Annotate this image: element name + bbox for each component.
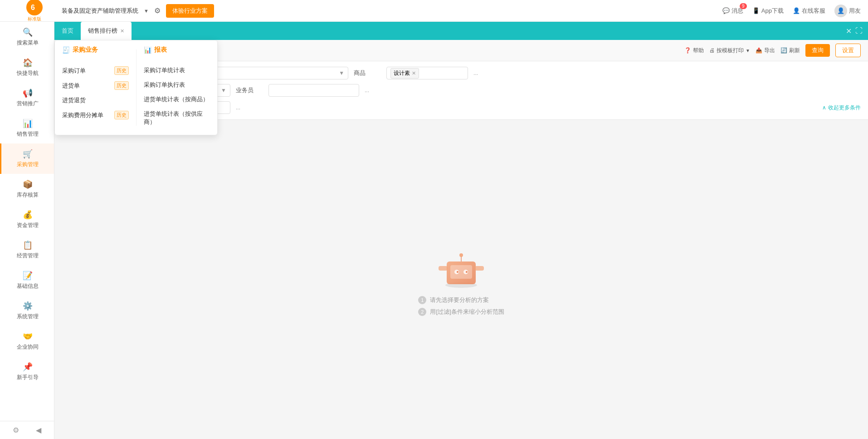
app-download-item[interactable]: 📱 App下载 (752, 7, 784, 15)
sidebar-item-basic-info[interactable]: 📝 基础信息 (0, 265, 54, 296)
tab-home[interactable]: 首页 (54, 22, 81, 40)
sales-icon: 📊 (23, 118, 33, 128)
logo-icon: 6 (26, 0, 43, 15)
settings-button[interactable]: 设置 (835, 44, 861, 57)
export-icon: 📤 (756, 47, 762, 54)
salesperson-select[interactable] (268, 84, 359, 97)
purchase-expense-history: 历史 (114, 111, 129, 119)
message-item[interactable]: 💬 消息 9 (722, 7, 743, 15)
sidebar-item-capital[interactable]: 💰 资金管理 (0, 204, 54, 235)
sidebar-item-label: 企业协同 (17, 343, 39, 351)
capital-icon: 💰 (23, 210, 33, 220)
query-button[interactable]: 查询 (805, 44, 830, 57)
sidebar-item-label: 搜索菜单 (17, 39, 39, 47)
sidebar-item-label: 营销推广 (17, 100, 39, 108)
industry-button[interactable]: 体验行业方案 (166, 4, 214, 18)
empty-hints: 1 请先选择要分析的方案 2 用[过滤]条件来缩小分析范围 (418, 296, 504, 316)
refresh-label: 刷新 (789, 47, 800, 54)
window-close-icon[interactable]: ✕ (846, 27, 852, 35)
system-dropdown-icon[interactable]: ▼ (144, 8, 149, 14)
search-icon: 🔍 (23, 27, 33, 37)
sidebar-item-label: 系统管理 (17, 313, 39, 321)
salesperson-label: 业务员 (236, 86, 263, 94)
collapse-sidebar-icon[interactable]: ◀ (36, 426, 41, 434)
help-button[interactable]: ❓ 帮助 (684, 47, 704, 54)
dropdown-item-order-exec[interactable]: 采购订单执行表 (144, 78, 210, 92)
sidebar-item-marketing[interactable]: 📢 营销推广 (0, 83, 54, 113)
user-label: 用友 (849, 7, 861, 15)
marketing-icon: 📢 (23, 88, 33, 98)
help-label: 帮助 (693, 47, 704, 54)
online-service-label: 在线客服 (802, 7, 825, 15)
goods-tag-close[interactable]: ✕ (412, 70, 416, 76)
goods-ellipsis[interactable]: ... (473, 70, 478, 76)
dropdown-item-order-stat[interactable]: 采购订单统计表 (144, 63, 210, 78)
sidebar-item-label: 经营管理 (17, 252, 39, 260)
customer-ellipsis[interactable]: ... (236, 104, 240, 111)
salesperson-ellipsis[interactable]: ... (365, 87, 369, 94)
rank-item-arrow: ▼ (221, 87, 226, 94)
phone-icon: 📱 (752, 7, 760, 14)
hint-text-1: 请先选择要分析的方案 (430, 296, 489, 304)
sidebar-item-guide[interactable]: 📌 新手引导 (0, 356, 54, 387)
tab-sales-ranking[interactable]: 销售排行榜 ✕ (81, 22, 132, 40)
user-item[interactable]: 👤 用友 (834, 5, 861, 17)
dropdown-item-purchase-return[interactable]: 进货退货 (62, 93, 129, 108)
bill-status-arrow: ▼ (339, 70, 344, 76)
tab-close-icon[interactable]: ✕ (120, 28, 124, 34)
svg-point-9 (459, 253, 463, 257)
purchase-expense-label: 采购费用分摊单 (62, 111, 103, 119)
hint-num-1: 1 (418, 296, 426, 304)
tab-window-controls: ✕ ⛶ (846, 27, 868, 35)
purchase-order-label: 采购订单 (62, 67, 86, 75)
export-button[interactable]: 📤 导出 (756, 47, 775, 54)
tab-bar: 首页 销售排行榜 ✕ ✕ ⛶ (54, 22, 868, 40)
operations-icon: 📋 (23, 240, 33, 250)
sidebar-item-purchase[interactable]: 🛒 采购管理 (0, 143, 54, 174)
window-maximize-icon[interactable]: ⛶ (855, 27, 863, 35)
tab-home-label: 首页 (62, 27, 73, 35)
dropdown-item-purchase-expense[interactable]: 采购费用分摊单 历史 (62, 108, 129, 123)
system-icon: ⚙️ (23, 301, 33, 311)
svg-point-7 (466, 271, 468, 273)
empty-icon (434, 243, 488, 289)
print-button[interactable]: 🖨 按模板打印 ▼ (709, 47, 750, 54)
online-service-item[interactable]: 👤 在线客服 (793, 7, 825, 15)
refresh-button[interactable]: 🔄 刷新 (780, 47, 800, 54)
print-dropdown-icon[interactable]: ▼ (746, 48, 750, 53)
dropdown-item-receipt-stat-supplier[interactable]: 进货单统计表（按供应商） (144, 107, 210, 129)
goods-input[interactable]: 设计素 ✕ (386, 67, 468, 79)
order-stat-label: 采购订单统计表 (144, 67, 185, 74)
sidebar-item-label: 快捷导航 (17, 69, 39, 77)
receipt-stat-supplier-label: 进货单统计表（按供应商） (144, 110, 203, 125)
report-title-text: 报表 (154, 46, 167, 54)
dropdown-purchase-title: 🧾 采购业务 (62, 46, 129, 58)
header-right: 💬 消息 9 📱 App下载 👤 在线客服 👤 用友 (722, 5, 861, 17)
sidebar-nav: 🔍 搜索菜单 🏠 快捷导航 📢 营销推广 📊 销售管理 🛒 采购管理 📦 库存核… (0, 22, 54, 421)
dropdown-item-receipt-stat-goods[interactable]: 进货单统计表（按商品） (144, 92, 210, 107)
bill-status-select[interactable]: ▼ (212, 67, 348, 79)
sidebar-item-system[interactable]: ⚙️ 系统管理 (0, 296, 54, 326)
print-label: 按模板打印 (717, 47, 744, 54)
settings-icon[interactable]: ⚙ (154, 6, 161, 15)
dropdown-item-purchase-receipt[interactable]: 进货单 历史 (62, 78, 129, 93)
dropdown-report-title: 📊 报表 (144, 46, 210, 58)
svg-rect-11 (475, 266, 484, 271)
logo-text: 标准版 (28, 16, 41, 22)
sidebar-item-enterprise[interactable]: 🤝 企业协同 (0, 326, 54, 356)
sidebar-item-operations[interactable]: 📋 经营管理 (0, 235, 54, 265)
dropdown-columns: 🧾 采购业务 采购订单 历史 进货单 历史 进货退货 采购费用分摊单 历史 (55, 46, 217, 129)
sidebar-item-sales[interactable]: 📊 销售管理 (0, 113, 54, 143)
sidebar-item-label: 基础信息 (17, 282, 39, 290)
tab-sales-ranking-label: 销售排行榜 (88, 27, 117, 35)
sidebar-item-inventory[interactable]: 📦 库存核算 (0, 174, 54, 204)
enterprise-icon: 🤝 (23, 331, 33, 341)
settings-footer-icon[interactable]: ⚙ (13, 426, 19, 434)
collapse-button[interactable]: ∧ 收起更多条件 (822, 104, 861, 112)
dropdown-item-purchase-order[interactable]: 采购订单 历史 (62, 63, 129, 78)
goods-tag: 设计素 ✕ (390, 68, 419, 79)
sidebar-item-quick-nav[interactable]: 🏠 快捷导航 (0, 52, 54, 83)
sidebar-item-search[interactable]: 🔍 搜索菜单 (0, 22, 54, 52)
inventory-icon: 📦 (23, 179, 33, 189)
purchase-order-history: 历史 (114, 66, 129, 75)
